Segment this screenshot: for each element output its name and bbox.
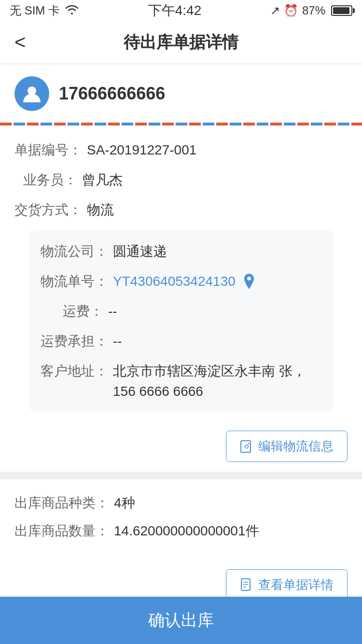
freight-bearer-label: 运费承担：	[41, 331, 108, 351]
tracking-no-label: 物流单号：	[41, 271, 108, 292]
order-no-label: 单据编号：	[14, 140, 82, 160]
status-bar-right: ↗ ⏰ 87%	[270, 4, 352, 17]
order-no-value: SA-20191227-001	[87, 140, 348, 160]
delivery-method-value: 物流	[87, 200, 348, 220]
basic-info-section: 单据编号： SA-20191227-001 业务员： 曾凡杰 交货方式： 物流 …	[0, 126, 362, 421]
view-details-label: 查看单据详情	[258, 576, 334, 593]
status-bar: 无 SIM 卡 下午4:42 ↗ ⏰ 87%	[0, 0, 362, 21]
alarm-icon: ⏰	[284, 4, 298, 17]
logistics-company-label: 物流公司：	[41, 241, 108, 262]
tracking-no-row: 物流单号： YT43064053424130	[41, 271, 321, 292]
product-quantity-value: 14.620000000000001件	[114, 522, 348, 540]
freight-bearer-value: --	[113, 331, 321, 351]
page-title: 待出库单据详情	[124, 31, 238, 54]
product-types-label: 出库商品种类：	[14, 494, 109, 512]
navigation-bar: < 待出库单据详情	[0, 21, 362, 64]
status-bar-time: 下午4:42	[148, 1, 202, 20]
sales-person-row: 业务员： 曾凡杰	[14, 170, 348, 190]
freight-value: --	[108, 301, 321, 322]
customer-phone: 17666666666	[59, 84, 165, 104]
section-divider-1	[0, 472, 362, 479]
freight-label: 运费：	[41, 301, 103, 322]
logistics-card: 物流公司： 圆通速递 物流单号： YT43064053424130 运费： --…	[29, 230, 333, 411]
delivery-method-label: 交货方式：	[14, 200, 82, 220]
carrier-text: 无 SIM 卡	[10, 3, 60, 18]
edit-logistics-label: 编辑物流信息	[258, 438, 334, 455]
edit-logistics-button[interactable]: 编辑物流信息	[226, 431, 348, 462]
customer-header: 17666666666	[0, 65, 362, 123]
freight-row: 运费： --	[41, 301, 321, 322]
product-quantity-row: 出库商品数量： 14.620000000000001件	[14, 522, 348, 540]
edit-icon	[240, 440, 253, 453]
wifi-icon	[65, 4, 79, 17]
confirm-btn-label: 确认出库	[148, 609, 214, 631]
sales-person-label: 业务员：	[14, 170, 77, 190]
sales-person-value: 曾凡杰	[82, 170, 348, 190]
tracking-no-container: YT43064053424130	[108, 271, 258, 292]
edit-logistics-section: 编辑物流信息	[0, 421, 362, 472]
view-details-button[interactable]: 查看单据详情	[226, 569, 348, 601]
address-row: 客户地址： 北京市市辖区海淀区永丰南 张，156 6666 6666	[41, 361, 321, 402]
battery-icon	[331, 5, 352, 16]
address-label: 客户地址：	[41, 361, 108, 381]
product-section: 出库商品种类： 4种 出库商品数量： 14.620000000000001件	[0, 479, 362, 560]
address-value: 北京市市辖区海淀区永丰南 张，156 6666 6666	[113, 361, 321, 402]
freight-bearer-row: 运费承担： --	[41, 331, 321, 351]
status-bar-left: 无 SIM 卡	[10, 3, 79, 18]
logistics-company-value: 圆通速递	[113, 241, 321, 262]
avatar	[14, 76, 49, 111]
confirm-outbound-button[interactable]: 确认出库	[0, 597, 362, 644]
location-status-icon: ↗	[270, 4, 280, 17]
tracking-no-value: YT43064053424130	[113, 271, 236, 292]
order-no-row: 单据编号： SA-20191227-001	[14, 140, 348, 160]
location-pin-icon[interactable]	[240, 273, 258, 290]
product-quantity-label: 出库商品数量：	[14, 522, 109, 540]
confirm-btn-container: 确认出库	[0, 597, 362, 644]
back-button[interactable]: <	[14, 31, 26, 53]
product-types-row: 出库商品种类： 4种	[14, 494, 348, 512]
product-types-value: 4种	[114, 494, 348, 512]
logistics-company-row: 物流公司： 圆通速递	[41, 241, 321, 262]
delivery-method-row: 交货方式： 物流	[14, 200, 348, 220]
battery-percent: 87%	[302, 4, 325, 17]
document-icon	[240, 578, 253, 592]
